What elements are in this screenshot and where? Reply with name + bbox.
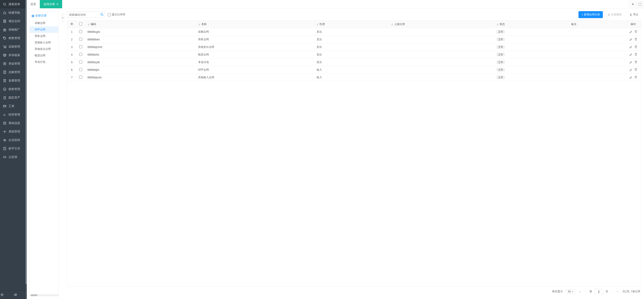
edit-button[interactable] <box>629 68 632 72</box>
sidebar-item-10[interactable]: 税务管理 <box>0 85 27 93</box>
col-status[interactable]: ▲▼状态 <box>494 20 569 28</box>
row-checkbox[interactable] <box>79 45 82 48</box>
tree-scrollbar[interactable] <box>30 294 58 296</box>
cell-nature: 支出 <box>314 58 389 66</box>
row-checkbox[interactable] <box>79 68 82 71</box>
cell-checkbox[interactable] <box>76 74 85 81</box>
delete-button[interactable] <box>634 60 637 64</box>
sidebar-item-0[interactable]: 搜索菜单 <box>0 0 27 8</box>
row-checkbox[interactable] <box>79 75 82 79</box>
export-button[interactable]: 导出 <box>626 11 641 18</box>
sidebar-item-14[interactable]: 基础信息 <box>0 119 27 127</box>
sidebar-item-1[interactable]: 快捷导航 <box>0 8 27 17</box>
col-parent[interactable]: ▲▼上级分类 <box>389 20 494 28</box>
last-page-button[interactable]: ⇥ <box>616 290 620 294</box>
search-input[interactable] <box>67 12 105 18</box>
tree-item[interactable]: 采购合同 <box>30 20 58 26</box>
prev-page-button[interactable]: ‹ <box>584 290 587 294</box>
tab-home[interactable]: 首页 <box>27 0 40 8</box>
edit-button[interactable] <box>629 76 632 79</box>
tree-item[interactable]: 其他收入合同 <box>30 39 58 46</box>
tree-item[interactable]: 对甲合同 <box>30 26 58 33</box>
next-page-button[interactable]: › <box>610 290 613 294</box>
sidebar-scrollbar[interactable] <box>26 0 27 299</box>
cell-index: 3 <box>67 43 76 51</box>
col-checkbox-all[interactable] <box>76 20 85 28</box>
edit-button[interactable] <box>629 60 632 64</box>
sidebar-item-18[interactable]: 云应用 <box>0 153 27 161</box>
cell-checkbox[interactable] <box>76 36 85 43</box>
tree-item[interactable]: 劳务合同 <box>30 33 58 39</box>
delete-button[interactable] <box>634 53 637 56</box>
tree-item[interactable]: 租赁合同 <box>30 52 58 59</box>
cell-name: 其他支出合同 <box>196 43 314 51</box>
pagination: 每页显示 50 ⇤ ‹ 第 页 › ⇥ 共1页, 7条记录 <box>67 287 641 296</box>
per-page-select[interactable]: 50 <box>566 289 575 294</box>
tree-item[interactable]: 专业分包 <box>30 59 58 65</box>
collapse-sidebar-button[interactable] <box>14 291 27 299</box>
show-disabled-input[interactable] <box>108 13 111 16</box>
page-input[interactable] <box>594 289 603 294</box>
sidebar-item-label: 企业协同 <box>8 138 20 142</box>
sidebar-item-8[interactable]: 总账管理 <box>0 68 27 76</box>
sidebar-scrollbar-thumb[interactable] <box>26 0 27 284</box>
search-icon[interactable] <box>100 12 104 17</box>
cell-ops <box>626 28 641 36</box>
sidebar-item-4[interactable]: 销售管理 <box>0 34 27 42</box>
sidebar-item-13[interactable]: 经营管理 <box>0 110 27 119</box>
edit-button[interactable] <box>629 38 632 41</box>
sidebar-item-11[interactable]: 固定资产 <box>0 93 27 102</box>
sidebar-item-16[interactable]: 企业协同 <box>0 136 27 144</box>
sidebar-item-6[interactable]: 库存核算 <box>0 51 27 59</box>
cell-checkbox[interactable] <box>76 58 85 66</box>
delete-button[interactable] <box>634 38 637 41</box>
main: 首页 合同分类 ✕ ▦ 全部分类 采购合同对 <box>27 0 644 299</box>
col-code[interactable]: ▲▼编码 <box>85 20 196 28</box>
bulk-delete-button[interactable]: 批量删除 <box>605 11 625 18</box>
fullscreen-button[interactable] <box>637 1 643 7</box>
col-settings[interactable] <box>67 20 76 28</box>
pay-icon <box>3 104 7 108</box>
table-row: 799999qtsrht其他收入合同收入正常 <box>67 74 641 81</box>
sidebar-item-label: 项目合同 <box>8 19 20 23</box>
cell-checkbox[interactable] <box>76 66 85 74</box>
show-disabled-checkbox[interactable]: 显示已停用 <box>108 13 125 16</box>
col-name[interactable]: ▲▼名称 <box>196 20 314 28</box>
tree-scrollbar-thumb[interactable] <box>31 294 37 296</box>
edit-icon <box>629 68 632 71</box>
close-all-tabs-button[interactable] <box>630 1 636 7</box>
collapse-tree-button[interactable] <box>61 13 64 22</box>
cell-checkbox[interactable] <box>76 51 85 58</box>
delete-button[interactable] <box>634 76 637 79</box>
cell-checkbox[interactable] <box>76 43 85 51</box>
sidebar-item-12[interactable]: 工资 <box>0 102 27 110</box>
row-checkbox[interactable] <box>79 60 82 63</box>
select-all-checkbox[interactable] <box>79 22 82 25</box>
delete-button[interactable] <box>634 45 637 49</box>
close-tab-icon[interactable]: ✕ <box>56 3 58 6</box>
delete-button[interactable] <box>634 68 637 72</box>
row-checkbox[interactable] <box>79 37 82 41</box>
sidebar-item-5[interactable]: 采购管理 <box>0 42 27 51</box>
sidebar-item-9[interactable]: 发票管理 <box>0 76 27 85</box>
first-page-button[interactable]: ⇤ <box>578 290 582 294</box>
col-note[interactable]: 备注 <box>569 20 626 28</box>
delete-button[interactable] <box>634 30 637 34</box>
sidebar-item-17[interactable]: 新手引导 <box>0 144 27 153</box>
edit-button[interactable] <box>629 30 632 34</box>
row-checkbox[interactable] <box>79 30 82 33</box>
tree-root[interactable]: ▦ 全部分类 <box>30 11 58 20</box>
sidebar-item-2[interactable]: 项目合同 <box>0 17 27 25</box>
add-category-button[interactable]: + 新增合同分类 <box>578 11 603 18</box>
edit-button[interactable] <box>629 45 632 49</box>
sidebar-item-7[interactable]: 资金管理 <box>0 59 27 68</box>
sidebar-item-3[interactable]: 营销推广 <box>0 25 27 34</box>
edit-button[interactable] <box>629 53 632 56</box>
col-nature[interactable]: ▲▼性质 <box>314 20 389 28</box>
row-checkbox[interactable] <box>79 53 82 56</box>
tab-contract-category[interactable]: 合同分类 ✕ <box>40 0 62 8</box>
sidebar-item-15[interactable]: 系统管理 <box>0 127 27 136</box>
tree-item[interactable]: 其他支出合同 <box>30 46 58 52</box>
settings-button[interactable] <box>0 291 14 299</box>
cell-checkbox[interactable] <box>76 28 85 36</box>
